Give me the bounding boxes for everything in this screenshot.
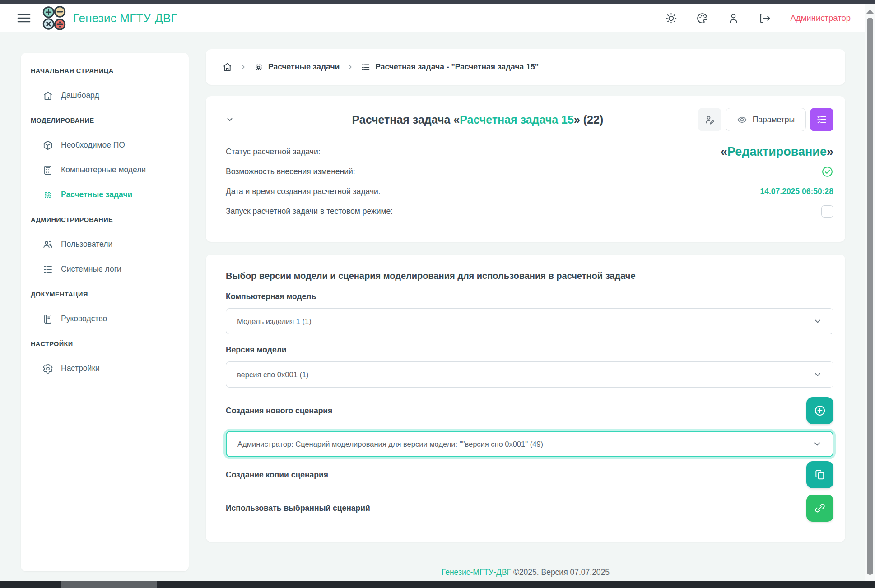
- sun-icon[interactable]: [665, 12, 677, 24]
- test-mode-row: Запуск расчетной задачи в тестовом режим…: [206, 201, 845, 221]
- use-scenario-button[interactable]: [806, 495, 833, 522]
- sidebar-item-software[interactable]: Необходимое ПО: [21, 133, 189, 157]
- sidebar-item-label: Компьютерные модели: [61, 165, 146, 175]
- selection-heading: Выбор версии модели и сценария моделиров…: [226, 271, 833, 281]
- sidebar-item-label: Настройки: [61, 364, 100, 373]
- plus-circle-icon: [814, 404, 826, 417]
- test-mode-label: Запуск расчетной задачи в тестовом режим…: [226, 207, 393, 216]
- sidebar-item-dashboard[interactable]: Дашбоард: [21, 83, 189, 108]
- sidebar-section-settings: НАСТРОЙКИ: [21, 331, 189, 356]
- use-scenario-row: Использовать выбранный сценарий: [226, 495, 833, 522]
- status-value: «Редактирование»: [721, 145, 833, 159]
- scenario-select-value: Администратор: Сценарий моделирования дл…: [237, 440, 543, 449]
- footer-version-text: ©2025. Версия 07.07.2025: [513, 568, 610, 577]
- edit-user-button[interactable]: [698, 108, 721, 131]
- page-title: Расчетная задача «Расчетная задача 15» (…: [257, 113, 698, 126]
- model-select[interactable]: Модель изделия 1 (1): [226, 308, 833, 334]
- status-word: Редактирование: [727, 145, 827, 158]
- menu-toggle-button[interactable]: [17, 13, 31, 23]
- sidebar-item-settings[interactable]: Настройки: [21, 356, 189, 381]
- chip-icon: [42, 190, 53, 200]
- collapse-chevron-icon[interactable]: [226, 116, 257, 124]
- title-task-name: Расчетная задача 15: [460, 113, 574, 126]
- title-actions: Параметры: [698, 108, 833, 131]
- selection-card: Выбор версии модели и сценария моделиров…: [206, 255, 845, 542]
- vertical-scrollbar[interactable]: [865, 4, 875, 581]
- version-select-value: версия спо 0x001 (1): [237, 370, 309, 379]
- title-text: Расчетная задача «: [352, 113, 460, 126]
- sidebar-item-label: Системные логи: [61, 264, 121, 274]
- person-icon[interactable]: [727, 12, 740, 24]
- status-quote: «: [721, 145, 727, 158]
- check-circle-icon: [821, 166, 833, 178]
- chevron-right-icon: [347, 64, 354, 70]
- title-text: » (22): [574, 113, 603, 126]
- parameters-button-label: Параметры: [753, 115, 795, 125]
- scenario-select[interactable]: Администратор: Сценарий моделирования дл…: [226, 431, 833, 457]
- user-role-label[interactable]: Администратор: [791, 13, 851, 23]
- breadcrumb: Расчетные задачи Расчетная задача - "Рас…: [206, 49, 845, 85]
- scroll-up-arrow[interactable]: [866, 9, 874, 14]
- use-scenario-label: Использовать выбранный сценарий: [226, 504, 370, 513]
- sidebar-section-modeling: МОДЕЛИРОВАНИЕ: [21, 108, 189, 133]
- sidebar-item-models[interactable]: Компьютерные модели: [21, 157, 189, 182]
- sidebar-item-tasks[interactable]: Расчетные задачи: [21, 182, 189, 207]
- sidebar-section-docs: ДОКУМЕНТАЦИЯ: [21, 282, 189, 306]
- brand-title: Генезис МГТУ-ДВГ: [73, 11, 177, 25]
- sidebar-item-label: Пользователи: [61, 240, 112, 249]
- logout-icon[interactable]: [759, 12, 772, 24]
- task-list-button[interactable]: [810, 108, 833, 131]
- breadcrumb-current[interactable]: Расчетная задача - "Расчетная задача 15": [361, 62, 539, 72]
- palette-icon[interactable]: [696, 12, 708, 24]
- create-scenario-button[interactable]: [806, 397, 833, 424]
- home-icon: [222, 62, 233, 72]
- chevron-down-icon: [813, 317, 822, 326]
- created-value: 14.07.2025 06:50:28: [760, 187, 834, 196]
- task-status-list: Статус расчетной задачи: «Редактирование…: [206, 142, 845, 221]
- breadcrumb-tasks[interactable]: Расчетные задачи: [254, 62, 340, 72]
- sidebar-item-manual[interactable]: Руководство: [21, 306, 189, 331]
- test-mode-checkbox[interactable]: [821, 205, 833, 218]
- parameters-button[interactable]: Параметры: [726, 108, 806, 131]
- version-label: Версия модели: [226, 345, 833, 355]
- list-icon: [361, 62, 371, 72]
- app-window: Генезис МГТУ-ДВГ Администратор НАЧАЛЬНАЯ…: [0, 0, 875, 588]
- copy-scenario-label: Создание копии сценария: [226, 470, 328, 480]
- copy-scenario-button[interactable]: [806, 461, 833, 488]
- editable-row: Возможность внесения изменений:: [206, 162, 845, 181]
- list-icon: [42, 264, 53, 275]
- app-footer: Генезис-МГТУ-ДВГ ©2025. Версия 07.07.202…: [206, 568, 845, 577]
- sidebar: НАЧАЛЬНАЯ СТРАНИЦА Дашбоард МОДЕЛИРОВАНИ…: [21, 53, 189, 571]
- vertical-scrollbar-thumb[interactable]: [867, 18, 873, 575]
- calc-logo-icon: [42, 5, 67, 31]
- horizontal-scrollbar-thumb[interactable]: [61, 581, 157, 588]
- breadcrumb-label: Расчетные задачи: [268, 62, 340, 72]
- version-select[interactable]: версия спо 0x001 (1): [226, 361, 833, 388]
- footer-brand-link[interactable]: Генезис-МГТУ-ДВГ: [442, 568, 511, 577]
- sidebar-item-label: Руководство: [61, 314, 107, 324]
- model-label: Компьютерная модель: [226, 292, 833, 301]
- menu-icon: [17, 13, 31, 23]
- chevron-down-icon: [813, 440, 822, 449]
- copy-icon: [814, 469, 826, 481]
- home-icon: [42, 90, 53, 101]
- model-select-value: Модель изделия 1 (1): [237, 317, 312, 326]
- status-quote: »: [827, 145, 833, 158]
- chevron-right-icon: [240, 64, 247, 70]
- book-icon: [42, 314, 53, 324]
- sidebar-item-users[interactable]: Пользователи: [21, 232, 189, 257]
- created-row: Дата и время создания расчетной задачи: …: [206, 181, 845, 201]
- sidebar-item-label: Дашбоард: [61, 91, 99, 100]
- status-label: Статус расчетной задачи:: [226, 147, 321, 157]
- chevron-down-icon: [813, 370, 822, 379]
- breadcrumb-home[interactable]: [222, 62, 233, 72]
- users-icon: [42, 239, 53, 250]
- status-row: Статус расчетной задачи: «Редактирование…: [206, 142, 845, 162]
- gear-icon: [42, 363, 53, 374]
- horizontal-scrollbar[interactable]: [0, 581, 875, 588]
- chip-icon: [254, 62, 264, 72]
- new-scenario-row: Создания нового сценария: [226, 397, 833, 424]
- breadcrumb-label: Расчетная задача - "Расчетная задача 15": [375, 62, 539, 72]
- app-header: Генезис МГТУ-ДВГ Администратор: [0, 4, 865, 32]
- sidebar-item-logs[interactable]: Системные логи: [21, 257, 189, 282]
